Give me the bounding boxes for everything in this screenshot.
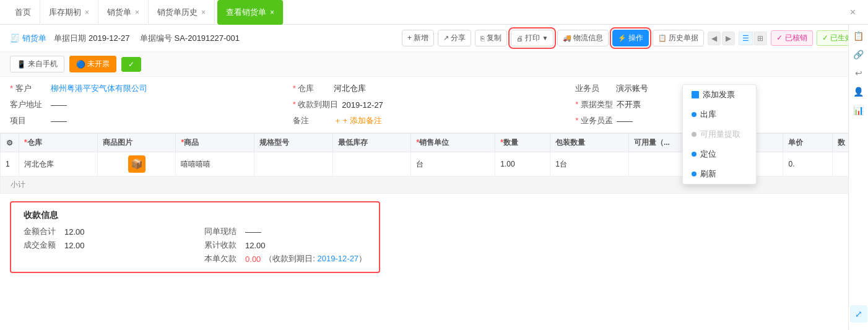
payment-info-box: 收款信息 金额合计 12.00 同单现结 —— 成交金额 12.00 xyxy=(10,201,380,273)
locate-icon xyxy=(692,152,697,157)
ticket-value: 不开票 xyxy=(617,99,641,110)
bottom-section: 收款信息 金额合计 12.00 同单现结 —— 成交金额 12.00 xyxy=(0,194,868,278)
salesperson-value: —— xyxy=(617,116,633,126)
staff-value: 演示账号 xyxy=(616,83,648,94)
project-field: 项目 —— xyxy=(10,115,293,126)
new-button[interactable]: + 新增 xyxy=(402,30,434,46)
available-qty-icon xyxy=(692,132,697,137)
add-invoice-icon xyxy=(692,91,699,98)
col-settings[interactable]: ⚙ xyxy=(1,134,19,152)
customer-field: * * 客户客户 柳州粤港平安气体有限公司 xyxy=(10,83,293,94)
row-pkg: 1台 xyxy=(550,152,629,176)
col-spec: 规格型号 xyxy=(254,134,333,152)
tab-sales-history[interactable]: 销货单历史 × xyxy=(149,0,215,25)
deal-amount-row: 成交金额 12.00 xyxy=(24,240,186,251)
nav-arrows: ◀ ▶ xyxy=(708,32,735,45)
row-qty: 1.00 xyxy=(495,152,550,176)
operation-dropdown: 添加发票 出库 可用量提取 定位 刷新 xyxy=(682,84,757,185)
grid-view-btn[interactable]: ⊞ xyxy=(753,32,767,45)
address-field: 客户地址 —— xyxy=(10,99,293,110)
doc-title-area: 🧾 销货单 单据日期 2019-12-27 单据编号 SA-20191227-0… xyxy=(10,33,402,44)
check-btn[interactable]: ✓ xyxy=(121,57,141,72)
col-unit: *销售单位 xyxy=(411,134,495,152)
cumulative-row: 累计收款 12.00 xyxy=(204,240,367,251)
sidebar-copy-icon[interactable]: 📋 xyxy=(850,27,867,45)
sidebar-chart-icon[interactable]: 📊 xyxy=(850,102,867,119)
row-spec xyxy=(254,152,333,176)
sidebar-user-icon[interactable]: 👤 xyxy=(850,83,867,100)
sidebar-refresh-icon[interactable]: ↩ xyxy=(850,64,867,82)
menu-outbound[interactable]: 出库 xyxy=(683,105,756,124)
main-content: 🧾 销货单 单据日期 2019-12-27 单据编号 SA-20191227-0… xyxy=(0,25,868,330)
outbound-icon xyxy=(692,112,697,117)
phone-icon: 📱 xyxy=(17,60,26,69)
col-img: 商品图片 xyxy=(97,134,176,152)
share-button[interactable]: ↗ 分享 xyxy=(438,30,471,46)
note-field: 备注 ＋ + 添加备注 xyxy=(293,115,576,126)
row-no: 1 xyxy=(1,152,19,176)
doc-date-item: 单据日期 2019-12-27 xyxy=(54,33,130,44)
doc-number-item: 单据编号 SA-20191227-001 xyxy=(140,33,240,44)
view-toggle: ☰ ⊞ xyxy=(739,32,767,45)
col-price: 单价 xyxy=(783,134,833,152)
due-date-field: * 收款到期日 2019-12-27 xyxy=(293,99,576,110)
menu-refresh[interactable]: 刷新 xyxy=(683,164,756,184)
col-min-stock: 最低库存 xyxy=(332,134,411,152)
warehouse-field: * 仓库 河北仓库 xyxy=(293,83,576,94)
menu-add-invoice[interactable]: 添加发票 xyxy=(683,85,756,105)
action-row: 📱 来自手机 🔵 未开票 ✓ xyxy=(0,52,868,77)
tab-sales[interactable]: 销货单 × xyxy=(98,0,149,25)
row-product: 嘻嘻嘻嘻 xyxy=(176,152,254,176)
payment-info-grid: 金额合计 12.00 同单现结 —— 成交金额 12.00 累计收款 12.00 xyxy=(24,226,367,264)
project-value: —— xyxy=(51,116,67,126)
add-note-btn[interactable]: ＋ + 添加备注 xyxy=(334,115,382,126)
amount-row: 金额合计 12.00 xyxy=(24,226,186,237)
tab-inventory[interactable]: 库存期初 × xyxy=(40,0,98,25)
due-date-note: 2019-12-27 xyxy=(318,254,359,263)
doc-type-label: 🧾 销货单 xyxy=(10,33,46,44)
tab-sales-close[interactable]: × xyxy=(135,8,139,17)
col-qty: *数量 xyxy=(495,134,550,152)
row-warehouse: 河北仓库 xyxy=(19,152,98,176)
balance-value: 0.00 xyxy=(245,254,261,264)
sales-order-icon: 🧾 xyxy=(10,33,20,43)
warehouse-value: 河北仓库 xyxy=(334,83,366,94)
sidebar-link-icon[interactable]: 🔗 xyxy=(850,46,867,63)
tab-bar-close-btn[interactable]: × xyxy=(844,7,862,18)
list-view-btn[interactable]: ☰ xyxy=(739,32,753,45)
col-warehouse: *仓库 xyxy=(19,134,98,152)
same-order-row: 同单现结 —— xyxy=(204,226,367,237)
logistics-button[interactable]: 🚚 物流信息 xyxy=(557,30,609,46)
next-record-btn[interactable]: ▶ xyxy=(722,32,735,45)
ticket-icon: 🔵 xyxy=(76,60,85,69)
tab-sales-history-close[interactable]: × xyxy=(201,8,206,17)
row-price: 0. xyxy=(783,152,833,176)
operation-button[interactable]: ⚡ 操作 xyxy=(612,30,649,46)
toolbar: + 新增 ↗ 分享 ⎘ 复制 🖨 打印 ▼ 🚚 物流信息 xyxy=(402,30,858,46)
customer-value[interactable]: 柳州粤港平安气体有限公司 xyxy=(51,83,147,94)
row-img: 📦 xyxy=(97,152,176,176)
sidebar-expand-icon[interactable]: ⤢ xyxy=(850,305,867,323)
not-open-btn[interactable]: 🔵 未开票 xyxy=(69,56,116,72)
prev-record-btn[interactable]: ◀ xyxy=(708,32,721,45)
balance-row: 本单欠款 0.00 （收款到期日: 2019-12-27） xyxy=(204,253,367,264)
menu-locate[interactable]: 定位 xyxy=(683,144,756,164)
right-sidebar: 📋 🔗 ↩ 👤 📊 ⤢ xyxy=(848,25,868,330)
doc-meta: 单据日期 2019-12-27 单据编号 SA-20191227-001 xyxy=(54,33,240,44)
refresh-icon xyxy=(692,172,697,176)
copy-button[interactable]: ⎘ 复制 xyxy=(475,30,507,46)
payment-info-title: 收款信息 xyxy=(24,210,367,221)
tab-view-sales-close[interactable]: × xyxy=(270,8,274,17)
tab-bar: 首页 库存期初 × 销货单 × 销货单历史 × 查看销货单 × × xyxy=(0,0,868,25)
history-button[interactable]: 📋 历史单据 xyxy=(653,30,704,46)
print-button[interactable]: 🖨 打印 ▼ xyxy=(511,30,553,46)
tab-inventory-close[interactable]: × xyxy=(85,8,89,17)
address-value: —— xyxy=(51,100,67,110)
due-note: （收款到期日: 2019-12-27） xyxy=(264,253,367,264)
row-unit: 台 xyxy=(411,152,495,176)
tab-home[interactable]: 首页 xyxy=(6,0,40,25)
from-phone-btn[interactable]: 📱 来自手机 xyxy=(10,56,64,72)
menu-available-qty[interactable]: 可用量提取 xyxy=(683,124,756,144)
row-min-stock xyxy=(332,152,411,176)
tab-view-sales[interactable]: 查看销货单 × xyxy=(217,0,284,25)
